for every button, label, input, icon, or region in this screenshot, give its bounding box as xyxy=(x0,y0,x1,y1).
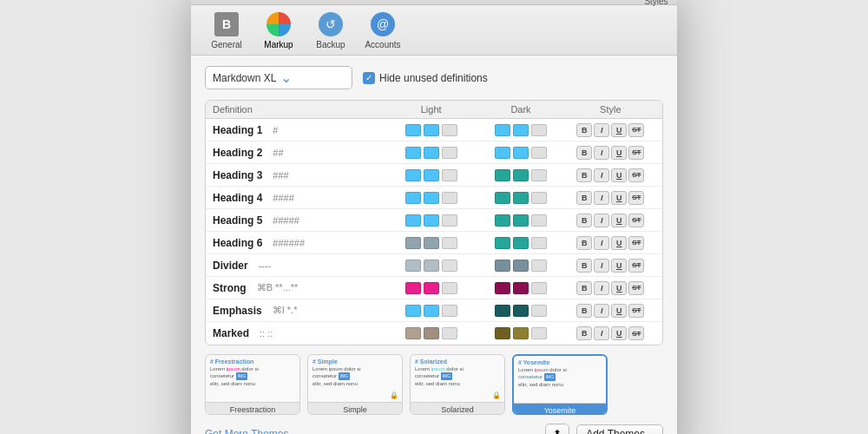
style-u-button[interactable]: U xyxy=(611,191,627,205)
dark-colors[interactable] xyxy=(476,124,565,136)
style-b-button[interactable]: B xyxy=(576,259,592,273)
style-st-button[interactable]: ST xyxy=(628,168,644,182)
color-swatch[interactable] xyxy=(531,305,547,317)
style-u-button[interactable]: U xyxy=(611,236,627,250)
style-u-button[interactable]: U xyxy=(611,281,627,295)
style-i-button[interactable]: I xyxy=(594,168,609,182)
style-b-button[interactable]: B xyxy=(576,326,592,340)
theme-card-yosemite[interactable]: # YosemiteLorem ipsum dolor siconsetetur… xyxy=(512,354,608,415)
light-colors[interactable] xyxy=(386,214,476,227)
color-swatch[interactable] xyxy=(495,305,510,317)
theme-card-freestraction[interactable]: # FreestractionLorem ipsum dolor siconse… xyxy=(205,354,300,415)
color-swatch[interactable] xyxy=(424,192,439,204)
color-swatch[interactable] xyxy=(531,169,547,181)
light-colors[interactable] xyxy=(386,282,476,294)
dark-colors[interactable] xyxy=(476,305,565,317)
color-swatch[interactable] xyxy=(424,305,439,317)
light-colors[interactable] xyxy=(386,124,476,136)
color-swatch[interactable] xyxy=(424,237,439,249)
style-u-button[interactable]: U xyxy=(611,259,627,273)
color-swatch[interactable] xyxy=(513,124,529,136)
style-st-button[interactable]: ST xyxy=(628,281,644,295)
color-swatch[interactable] xyxy=(405,169,421,181)
color-swatch[interactable] xyxy=(531,147,547,159)
share-button[interactable]: ⬆ xyxy=(545,424,569,434)
color-swatch[interactable] xyxy=(405,305,421,317)
style-st-button[interactable]: ST xyxy=(628,214,644,227)
color-swatch[interactable] xyxy=(513,237,529,249)
color-swatch[interactable] xyxy=(495,237,510,249)
style-st-button[interactable]: ST xyxy=(628,259,644,273)
color-swatch[interactable] xyxy=(513,260,529,272)
color-swatch[interactable] xyxy=(442,192,457,204)
color-swatch[interactable] xyxy=(513,192,529,204)
color-swatch[interactable] xyxy=(495,124,510,136)
style-i-button[interactable]: I xyxy=(594,259,609,273)
style-u-button[interactable]: U xyxy=(611,214,627,227)
light-colors[interactable] xyxy=(386,327,476,339)
dark-colors[interactable] xyxy=(476,192,565,204)
color-swatch[interactable] xyxy=(513,305,529,317)
color-swatch[interactable] xyxy=(495,214,510,227)
color-swatch[interactable] xyxy=(442,282,457,294)
color-swatch[interactable] xyxy=(442,124,457,136)
style-st-button[interactable]: ST xyxy=(628,236,644,250)
style-i-button[interactable]: I xyxy=(594,146,609,160)
color-swatch[interactable] xyxy=(531,260,547,272)
color-swatch[interactable] xyxy=(513,169,529,181)
style-st-button[interactable]: ST xyxy=(628,191,644,205)
color-swatch[interactable] xyxy=(424,124,439,136)
style-i-button[interactable]: I xyxy=(594,304,609,318)
color-swatch[interactable] xyxy=(405,192,421,204)
add-themes-button[interactable]: Add Themes... xyxy=(576,424,663,434)
dark-colors[interactable] xyxy=(476,214,565,227)
light-colors[interactable] xyxy=(386,192,476,204)
color-swatch[interactable] xyxy=(442,327,457,339)
hide-unused-checkbox[interactable]: ✓ xyxy=(363,72,375,84)
style-b-button[interactable]: B xyxy=(576,168,592,182)
style-b-button[interactable]: B xyxy=(576,214,592,227)
light-colors[interactable] xyxy=(386,169,476,181)
style-b-button[interactable]: B xyxy=(576,236,592,250)
style-st-button[interactable]: ST xyxy=(628,326,644,340)
color-swatch[interactable] xyxy=(405,260,421,272)
theme-dropdown[interactable]: Markdown XL ⌄ xyxy=(205,66,352,89)
color-swatch[interactable] xyxy=(424,260,439,272)
color-swatch[interactable] xyxy=(442,305,457,317)
color-swatch[interactable] xyxy=(442,214,457,227)
theme-card-solarized[interactable]: # SolarizedLorem ipsum dolor siconsetetu… xyxy=(410,354,505,415)
color-swatch[interactable] xyxy=(495,192,510,204)
color-swatch[interactable] xyxy=(405,237,421,249)
color-swatch[interactable] xyxy=(405,124,421,136)
style-u-button[interactable]: U xyxy=(611,304,627,318)
color-swatch[interactable] xyxy=(495,169,510,181)
style-u-button[interactable]: U xyxy=(611,168,627,182)
styles-button[interactable]: Aa Styles xyxy=(644,0,668,6)
style-st-button[interactable]: ST xyxy=(628,304,644,318)
toolbar-general[interactable]: B General xyxy=(205,10,248,49)
light-colors[interactable] xyxy=(386,305,476,317)
style-i-button[interactable]: I xyxy=(594,214,609,227)
color-swatch[interactable] xyxy=(531,237,547,249)
color-swatch[interactable] xyxy=(405,214,421,227)
color-swatch[interactable] xyxy=(531,327,547,339)
color-swatch[interactable] xyxy=(424,169,439,181)
dark-colors[interactable] xyxy=(476,282,565,294)
dark-colors[interactable] xyxy=(476,260,565,272)
color-swatch[interactable] xyxy=(424,214,439,227)
hide-unused-checkbox-label[interactable]: ✓ Hide unused definitions xyxy=(363,72,488,84)
color-swatch[interactable] xyxy=(495,260,510,272)
color-swatch[interactable] xyxy=(442,260,457,272)
light-colors[interactable] xyxy=(386,147,476,159)
color-swatch[interactable] xyxy=(531,282,547,294)
color-swatch[interactable] xyxy=(405,327,421,339)
color-swatch[interactable] xyxy=(513,214,529,227)
color-swatch[interactable] xyxy=(424,282,439,294)
style-i-button[interactable]: I xyxy=(594,191,609,205)
style-b-button[interactable]: B xyxy=(576,191,592,205)
color-swatch[interactable] xyxy=(424,327,439,339)
dark-colors[interactable] xyxy=(476,147,565,159)
style-u-button[interactable]: U xyxy=(611,123,627,137)
toolbar-accounts[interactable]: @ Accounts xyxy=(361,10,404,49)
style-b-button[interactable]: B xyxy=(576,146,592,160)
